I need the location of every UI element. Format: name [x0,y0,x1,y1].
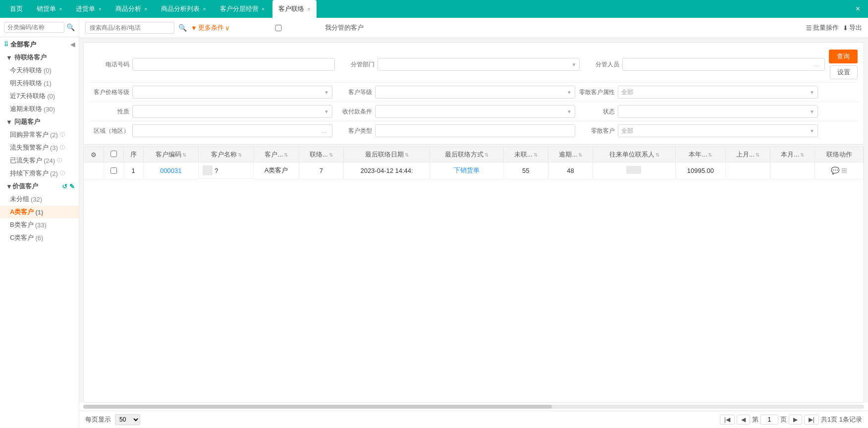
value-customers-group[interactable]: ▼ 价值客户 ↺ ✎ [0,180,79,193]
per-page-select[interactable]: 50 100 200 [115,414,140,425]
scroll-track[interactable] [83,405,864,409]
col-name[interactable]: 客户名称⇅ [199,147,254,162]
problem-customers-group[interactable]: ▼ 问题客户 [0,115,79,128]
message-action-icon[interactable]: 💬 [831,166,839,174]
pending-contact-group[interactable]: ▼ 待联络客户 [0,51,79,64]
close-customer-contact-tab[interactable]: × [307,6,310,12]
prev-page-btn[interactable]: ◀ [737,415,750,425]
dept-label: 分管部门 [335,60,375,69]
customer-type-input-wrap[interactable] [375,124,575,137]
scroll-thumb[interactable] [83,405,552,409]
region-input[interactable] [136,127,317,134]
nav-tab-home[interactable]: 首页 [4,0,29,18]
manager-input-wrap[interactable]: … [622,58,825,71]
customer-level-select[interactable]: ▼ [375,86,575,99]
nature-select[interactable]: ▼ [132,105,332,118]
refresh-icon[interactable]: ↺ [62,183,67,190]
sort-icon-name: ⇅ [238,152,242,158]
sidebar-item-declining[interactable]: 持续下滑客户 (2) ⓘ [0,167,79,180]
sidebar-item-repurchase-abnormal[interactable]: 回购异常客户 (2) ⓘ [0,128,79,141]
phone-input-wrap[interactable] [132,58,335,71]
export-btn[interactable]: ⬇ 导出 [843,23,862,32]
close-all-tabs[interactable]: × [852,4,864,13]
col-last-date[interactable]: 最后联络日期⇅ [343,147,430,162]
col-level[interactable]: 客户...⇅ [254,147,299,162]
grid-action-icon[interactable]: ⊞ [841,166,847,174]
close-sales-tab[interactable]: × [59,6,62,12]
sidebar-item-today-pending[interactable]: 今天待联络 (0) [0,64,79,77]
sidebar-item-7days-pending[interactable]: 近7天待联络 (0) [0,90,79,103]
more-conditions-btn[interactable]: ▼ 更多条件 ∨ [191,23,230,32]
col-gear: ⚙ [84,147,104,162]
sidebar-item-a-class[interactable]: A类客户 (1) [0,206,79,218]
region-ellipsis-btn[interactable]: … [319,127,329,134]
edit-icon[interactable]: ✎ [69,183,75,190]
nav-tab-sales[interactable]: 销货单 × [31,0,68,18]
pagination-bar: 每页显示 50 100 200 |◀ ◀ 第 页 ▶ ▶| 共1页 1条记录 [79,411,868,428]
sidebar-item-overdue[interactable]: 逾期未联络 (30) [0,103,79,115]
filter-cell-customer-type: 客户类型 [332,124,575,137]
scatter-attr-select[interactable]: 全部 ▼ [618,86,818,99]
close-goods-list-tab[interactable]: × [203,6,206,12]
payment-select[interactable]: ▼ [375,105,575,118]
col-code[interactable]: 客户编码⇅ [143,147,199,162]
horizontal-scrollbar[interactable] [79,403,868,411]
select-all-checkbox[interactable] [110,151,117,157]
sidebar-search-input[interactable] [4,22,64,33]
col-year-amount[interactable]: 本年...⇅ [676,147,726,162]
col-no-contact[interactable]: 未联...⇅ [503,147,548,162]
cell-last-month [725,162,770,179]
cell-last-method[interactable]: 下销货单 [430,162,503,179]
nav-tab-goods-analysis[interactable]: 商品分析 × [109,0,153,18]
col-last-method[interactable]: 最后联络方式⇅ [430,147,503,162]
batch-operation-btn[interactable]: ☰ 批量操作 [806,23,839,32]
col-this-month[interactable]: 本月...⇅ [770,147,815,162]
query-button[interactable]: 查询 [829,50,858,63]
col-contact-count[interactable]: 联络...⇅ [299,147,343,162]
close-customer-tier-tab[interactable]: × [262,6,265,12]
cell-action: 💬 ⊞ [815,162,864,179]
nav-tab-goods-list[interactable]: 商品分析列表 × [155,0,212,18]
col-contact-person[interactable]: 往来单位联系人⇅ [593,147,676,162]
status-label: 状态 [575,107,615,116]
next-page-btn[interactable]: ▶ [789,415,802,425]
col-last-month[interactable]: 上月...⇅ [725,147,770,162]
sidebar-item-b-class[interactable]: B类客户 (33) [0,218,79,231]
nav-tab-customer-tier[interactable]: 客户分层经营 × [214,0,271,18]
status-select[interactable]: ▼ [618,105,818,118]
first-page-btn[interactable]: |◀ [720,415,735,425]
cell-code[interactable]: 000031 [143,162,199,179]
sidebar-item-loss-warning[interactable]: 流失预警客户 (3) ⓘ [0,141,79,154]
sidebar-item-tomorrow-pending[interactable]: 明天待联络 (1) [0,77,79,90]
search-input[interactable] [85,22,174,34]
filter-search-icon[interactable]: 🔍 [178,24,187,32]
sidebar-collapse-btn[interactable]: ◀ [70,41,75,48]
nature-arrow: ▼ [324,109,329,114]
region-input-wrap[interactable]: … [132,124,332,137]
page-number-input[interactable] [760,415,778,425]
my-customers-checkbox[interactable] [234,25,323,31]
close-goods-analysis-tab[interactable]: × [144,6,147,12]
my-customers-checkbox-label[interactable]: 我分管的客户 [234,23,364,32]
price-level-select[interactable]: ▼ [132,86,332,99]
cell-checkbox[interactable] [104,162,123,179]
dept-select[interactable]: ▼ [378,58,580,71]
nav-tab-purchase[interactable]: 进货单 × [70,0,107,18]
scatter-customer-select[interactable]: 全部 ▼ [618,124,818,137]
sidebar-item-c-class[interactable]: C类客户 (6) [0,231,79,244]
setting-button[interactable]: 设置 [830,65,858,79]
last-page-btn[interactable]: ▶| [804,415,819,425]
sidebar-search-icon[interactable]: 🔍 [66,23,75,31]
phone-input[interactable] [136,61,331,68]
customer-type-input[interactable] [379,127,572,134]
close-purchase-tab[interactable]: × [98,6,101,12]
nav-tab-customer-contact[interactable]: 客户联络 × [272,0,316,18]
sidebar-item-unclassified[interactable]: 未分组 (32) [0,193,79,206]
row-checkbox[interactable] [110,167,117,174]
manager-ellipsis-btn[interactable]: … [812,61,821,68]
sidebar-item-lost[interactable]: 已流失客户 (24) ⓘ [0,154,79,167]
col-overdue[interactable]: 逾期...⇅ [548,147,593,162]
table-container: ⚙ 序 客户编码⇅ 客户名称⇅ 客户...⇅ [83,147,864,403]
settings-icon[interactable]: ⚙ [91,151,97,159]
manager-input[interactable] [626,61,810,68]
